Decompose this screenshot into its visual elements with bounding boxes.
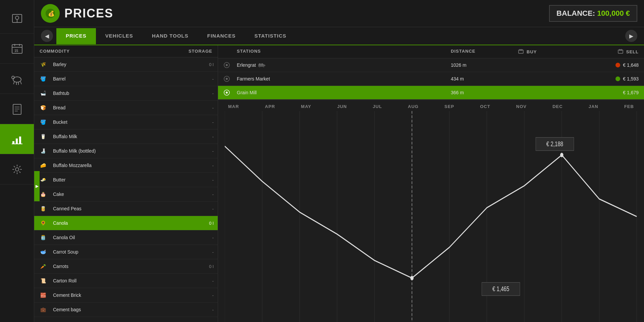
commodity-storage: 0 l [194, 264, 214, 269]
commodity-bucket[interactable]: 🪣 Bucket - [34, 115, 218, 129]
carrot-soup-icon: 🥣 [38, 247, 48, 257]
svg-text:€ 1,465: € 1,465 [492, 285, 509, 293]
commodity-canola-oil[interactable]: 🫙 Canola Oil - [34, 230, 218, 245]
commodity-storage: - [194, 235, 214, 240]
commodity-buffalo-milk[interactable]: 🥛 Buffalo Milk - [34, 129, 218, 144]
svg-point-22 [15, 168, 19, 171]
commodity-cereal[interactable]: 🥣 Cereal - [34, 317, 218, 322]
commodity-name: Canola [50, 220, 194, 226]
right-panel: STATIONS DISTANCE BUY S [218, 45, 644, 322]
sidebar-item-statistics[interactable] [0, 124, 34, 154]
commodity-barrel[interactable]: 🪣 Barrel - [34, 72, 218, 86]
sidebar-item-settings[interactable] [0, 154, 34, 184]
tab-hand-tools[interactable]: HAND TOOLS [143, 28, 198, 44]
status-col-header [223, 49, 237, 55]
stations-col-header: STATIONS [237, 49, 451, 55]
svg-line-30 [14, 171, 15, 173]
commodity-carrots[interactable]: 🥕 Carrots 0 l [34, 259, 218, 274]
tab-vehicles[interactable]: VEHICLES [96, 28, 143, 44]
commodity-name: Bread [50, 105, 194, 110]
sidebar: 15 [0, 0, 34, 322]
month-aug: AUG [408, 104, 419, 109]
commodity-cement-bags[interactable]: 💼 Cement bags - [34, 303, 218, 317]
svg-line-13 [20, 82, 21, 84]
commodity-storage: - [194, 307, 214, 312]
commodity-cake[interactable]: 🎂 Cake - [34, 187, 218, 202]
nav-prev-button[interactable]: ◀ [41, 30, 53, 42]
commodity-bread[interactable]: 🍞 Bread - [34, 101, 218, 115]
commodity-list: 🌾 Barley 0 l 🪣 Barrel - 🛁 Bathtub - 🍞 Br… [34, 57, 218, 322]
cement-brick-icon: 🧱 [38, 290, 48, 300]
station-status-indicator [223, 89, 237, 96]
station-sell-price: € 1,648 [578, 62, 639, 68]
page-title: PRICES [64, 6, 113, 20]
commodity-storage: - [194, 120, 214, 125]
svg-rect-19 [16, 139, 18, 144]
tab-prices[interactable]: PRICES [56, 28, 96, 44]
month-nov: NOV [516, 104, 527, 109]
bathtub-icon: 🛁 [38, 89, 48, 98]
svg-rect-14 [13, 104, 21, 114]
commodity-barley[interactable]: 🌾 Barley 0 l [34, 57, 218, 72]
commodity-buffalo-mozzarella[interactable]: 🧀 Buffalo Mozzarella - [34, 158, 218, 173]
sidebar-item-animals[interactable] [0, 64, 34, 94]
svg-rect-42 [259, 63, 261, 65]
commodity-carton-roll[interactable]: 📜 Carton Roll - [34, 274, 218, 288]
content-area: COMMODITY STORAGE 🌾 Barley 0 l 🪣 Barrel … [34, 45, 644, 322]
barley-icon: 🌾 [38, 60, 48, 69]
commodity-canned-peas[interactable]: 🥫 Canned Peas - [34, 202, 218, 216]
stations-table-header: STATIONS DISTANCE BUY S [218, 45, 644, 58]
carton-roll-icon: 📜 [38, 276, 48, 285]
commodity-buffalo-milk-bottled[interactable]: 🍶 Buffalo Milk (bottled) - [34, 144, 218, 158]
nav-next-button[interactable]: ▶ [625, 30, 637, 42]
station-status-indicator [223, 62, 237, 68]
station-erlengrat[interactable]: Erlengrat 1026 m [218, 58, 644, 72]
sidebar-item-calendar[interactable]: 15 [0, 34, 34, 64]
commodity-storage: - [194, 163, 214, 168]
commodity-name: Cement bags [50, 307, 194, 312]
commodity-name: Bathtub [50, 91, 194, 96]
tab-finances[interactable]: FINANCES [198, 28, 245, 44]
svg-line-28 [19, 171, 20, 173]
sidebar-item-map[interactable] [0, 3, 34, 34]
canned-peas-icon: 🥫 [38, 204, 48, 213]
nav-tabs: ◀ PRICES VEHICLES HAND TOOLS FINANCES ST… [34, 27, 644, 45]
svg-point-48 [226, 78, 228, 80]
month-apr: APR [265, 104, 275, 109]
station-farmers-market[interactable]: Farmers Market 434 m € 1,593 [218, 72, 644, 86]
commodity-storage: - [194, 192, 214, 197]
balance-display: BALANCE: 100,000 € [549, 5, 637, 22]
sidebar-expand-arrow[interactable]: ▶ [34, 171, 40, 201]
commodity-name: Canola Oil [50, 235, 194, 240]
commodity-panel: COMMODITY STORAGE 🌾 Barley 0 l 🪣 Barrel … [34, 45, 218, 322]
commodity-cement-brick[interactable]: 🧱 Cement Brick - [34, 288, 218, 303]
commodity-storage: 0 l [194, 221, 214, 226]
month-jan: JAN [589, 104, 598, 109]
commodity-carrot-soup[interactable]: 🥣 Carrot Soup - [34, 245, 218, 259]
commodity-bathtub[interactable]: 🛁 Bathtub - [34, 86, 218, 101]
station-status-indicator [223, 75, 237, 82]
svg-line-27 [14, 166, 15, 167]
month-mar: MAR [228, 104, 239, 109]
commodity-butter[interactable]: 🧈 Butter - [34, 173, 218, 187]
balance-label: BALANCE: [556, 9, 595, 17]
month-sep: SEP [444, 104, 454, 109]
commodity-storage: - [194, 91, 214, 96]
tab-statistics[interactable]: STATISTICS [245, 28, 296, 44]
month-oct: OCT [480, 104, 490, 109]
buffalo-milk-icon: 🥛 [38, 132, 48, 141]
chart-months: MAR APR MAY JUN JUL AUG SEP OCT NOV DEC … [225, 100, 637, 111]
month-dec: DEC [552, 104, 562, 109]
commodity-name: Barrel [50, 76, 194, 82]
commodity-canola[interactable]: 🌻 Canola 0 l [34, 216, 218, 230]
station-distance: 366 m [451, 90, 518, 95]
bread-icon: 🍞 [38, 103, 48, 112]
sidebar-item-contracts[interactable] [0, 94, 34, 124]
svg-text:€ 2,188: € 2,188 [546, 140, 563, 148]
commodity-name: Carrot Soup [50, 249, 194, 255]
stations-list: Erlengrat 1026 m [218, 58, 644, 100]
svg-rect-20 [19, 137, 21, 144]
svg-point-65 [560, 153, 563, 157]
station-grain-mill[interactable]: Grain Mill 366 m € 1,679 [218, 86, 644, 100]
sell-status-dot [615, 63, 620, 67]
